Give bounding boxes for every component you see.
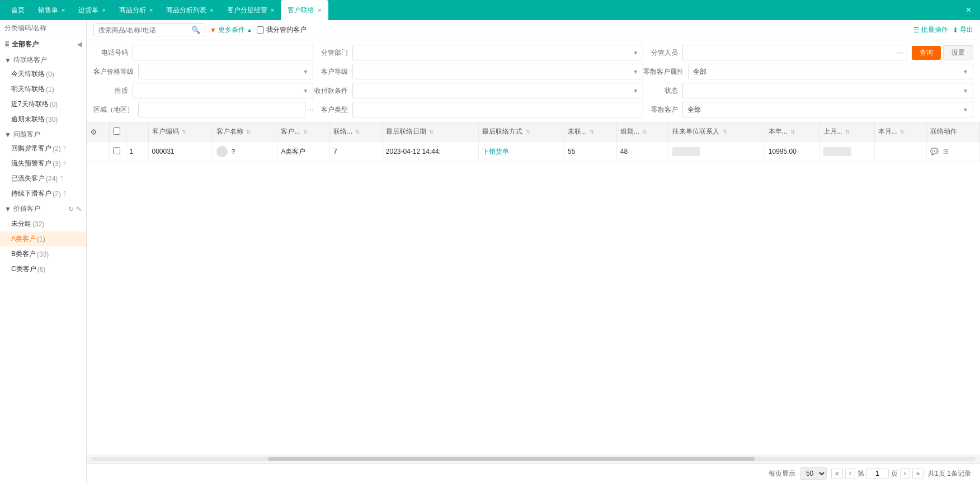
last-method-link[interactable]: 下销货单 bbox=[482, 148, 509, 155]
batch-operation-button[interactable]: ☰ 批量操作 bbox=[913, 25, 948, 35]
th-this-year: 本年... ⇅ bbox=[765, 122, 819, 141]
close-customer-contact-tab[interactable]: × bbox=[318, 7, 321, 13]
sort-icon-last-method[interactable]: ⇅ bbox=[526, 129, 530, 135]
sidebar-all-customers[interactable]: ⠿ 全部客户 ◀ bbox=[0, 36, 86, 53]
sort-icon-this-year[interactable]: ⇅ bbox=[790, 129, 795, 135]
filter-cell-region: 区域（地区） ··· bbox=[93, 102, 313, 117]
phone-input[interactable] bbox=[133, 45, 313, 60]
filter-row-1: 电话号码 分管部门 ▼ 分管人员 ··· 查询 bbox=[93, 45, 973, 60]
th-this-month: 本月... ⇅ bbox=[874, 122, 927, 141]
region-input[interactable] bbox=[138, 102, 305, 117]
customer-type-input[interactable] bbox=[352, 102, 643, 117]
nav-tab-customer-contact[interactable]: 客户联络 × bbox=[281, 0, 328, 20]
collapse-icon: ◀ bbox=[77, 41, 82, 48]
nav-home[interactable]: 首页 bbox=[4, 0, 31, 20]
close-product-analysis-tab[interactable]: × bbox=[149, 7, 153, 13]
window-close-button[interactable]: × bbox=[962, 5, 976, 15]
sort-icon-code[interactable]: ⇅ bbox=[182, 129, 186, 135]
page-number-input[interactable] bbox=[866, 468, 889, 479]
sidebar-item-churned[interactable]: 已流失客户 (24) ? bbox=[0, 171, 86, 186]
prev-page-button[interactable]: ‹ bbox=[845, 468, 855, 479]
region-more-icon[interactable]: ··· bbox=[308, 106, 313, 113]
sidebar-item-overdue-contact[interactable]: 逾期未联络 (30) bbox=[0, 112, 86, 127]
filter-row-3: 性质 ▼ 收付款条件 ▼ 状态 bbox=[93, 83, 973, 98]
sidebar-problem-group: ▼ 问题客户 bbox=[0, 127, 86, 141]
sidebar-item-unsorted[interactable]: 未分组 (32) bbox=[0, 216, 86, 231]
settings-button[interactable]: 设置 bbox=[943, 45, 973, 60]
customer-level-select[interactable]: ▼ bbox=[352, 64, 643, 79]
my-customers-checkbox[interactable] bbox=[257, 26, 264, 34]
manager-more-icon[interactable]: ··· bbox=[897, 49, 902, 56]
sort-icon-type[interactable]: ⇅ bbox=[303, 129, 308, 135]
sort-icon-contact-person[interactable]: ⇅ bbox=[723, 129, 727, 135]
retail-attr-select[interactable]: 全部 ▼ bbox=[688, 64, 973, 79]
price-level-select[interactable]: ▼ bbox=[138, 64, 313, 79]
sidebar-item-c-class[interactable]: C类客户 (6) bbox=[0, 262, 86, 277]
status-arrow: ▼ bbox=[963, 88, 968, 94]
payment-select[interactable]: ▼ bbox=[352, 83, 643, 98]
row-checkbox[interactable] bbox=[113, 147, 120, 154]
retail-customer-select[interactable]: 全部 ▼ bbox=[682, 102, 973, 117]
close-product-analysis-list-tab[interactable]: × bbox=[210, 7, 213, 13]
sort-icon-overdue[interactable]: ⇅ bbox=[642, 129, 647, 135]
filter-search-icon[interactable]: 🔍 bbox=[191, 26, 200, 34]
sort-icon-name[interactable]: ⇅ bbox=[246, 129, 251, 135]
th-settings: ⚙ bbox=[87, 122, 109, 141]
first-page-button[interactable]: « bbox=[831, 468, 843, 479]
sidebar-item-repurchase-anomaly[interactable]: 回购异常客户 (2) ? bbox=[0, 141, 86, 156]
customer-table: ⚙ 客户编码 ⇅ 客户名称 ⇅ bbox=[87, 122, 980, 162]
query-button[interactable]: 查询 bbox=[912, 46, 941, 60]
region-label: 区域（地区） bbox=[93, 105, 138, 115]
select-all-checkbox[interactable] bbox=[113, 127, 120, 135]
td-this-month bbox=[874, 141, 927, 162]
sidebar-item-declining[interactable]: 持续下滑客户 (2) ? bbox=[0, 186, 86, 201]
triangle-icon: ▼ bbox=[4, 56, 11, 64]
dept-select[interactable]: ▼ bbox=[352, 45, 643, 60]
sidebar-item-b-class[interactable]: B类客户 (33) bbox=[0, 247, 86, 262]
status-select[interactable]: ▼ bbox=[682, 83, 973, 98]
edit-icon[interactable]: ✎ bbox=[76, 205, 82, 213]
sidebar-item-today-contact[interactable]: 今天待联络 (0) bbox=[0, 67, 86, 82]
sidebar: 🔍 ⠿ 全部客户 ◀ ▼ 待联络客户 今天待联络 (0) 明天待联络 (1) 近… bbox=[0, 20, 87, 483]
sidebar-search-wrap: 🔍 bbox=[0, 20, 86, 36]
nav-tab-purchase[interactable]: 进货单 × bbox=[72, 0, 112, 20]
nature-select[interactable]: ▼ bbox=[133, 83, 313, 98]
manager-select[interactable]: ··· bbox=[682, 45, 907, 60]
nav-tab-product-analysis-list[interactable]: 商品分析列表 × bbox=[159, 0, 220, 20]
close-sales-tab[interactable]: × bbox=[62, 7, 65, 13]
th-action: 联络动作 bbox=[927, 122, 980, 141]
nav-tab-sales[interactable]: 销售单 × bbox=[31, 0, 72, 20]
sidebar-item-churn-warning[interactable]: 流失预警客户 (3) ? bbox=[0, 156, 86, 171]
sort-icon-last-month[interactable]: ⇅ bbox=[845, 129, 850, 135]
sidebar-item-a-class[interactable]: A类客户 (1) bbox=[0, 231, 86, 247]
my-customers-filter[interactable]: 我分管的客户 bbox=[257, 25, 307, 35]
page-size-select[interactable]: 50 bbox=[800, 467, 827, 480]
sort-icon-contact[interactable]: ⇅ bbox=[355, 129, 360, 135]
filter-search-input[interactable] bbox=[98, 26, 191, 34]
sort-icon-last-date[interactable]: ⇅ bbox=[429, 129, 434, 135]
nav-tab-product-analysis[interactable]: 商品分析 × bbox=[112, 0, 159, 20]
sidebar-search-input[interactable] bbox=[4, 24, 87, 32]
export-button[interactable]: ⬇ 导出 bbox=[953, 25, 973, 35]
filter-more-button[interactable]: ▼ 更多条件 ▲ bbox=[210, 25, 252, 35]
sort-icon-uncontacted[interactable]: ⇅ bbox=[590, 129, 594, 135]
table-gear-icon[interactable]: ⚙ bbox=[90, 127, 97, 136]
sidebar-item-tomorrow-contact[interactable]: 明天待联络 (1) bbox=[0, 82, 86, 97]
help-icon-1: ? bbox=[63, 145, 67, 151]
contact-action-icon[interactable]: 💬 bbox=[930, 148, 939, 155]
th-last-method: 最后联络方式 ⇅ bbox=[479, 122, 564, 141]
nav-tab-customer-layer[interactable]: 客户分层经营 × bbox=[220, 0, 281, 20]
next-page-button[interactable]: › bbox=[900, 468, 910, 479]
more-action-icon[interactable]: ⊞ bbox=[943, 148, 949, 155]
refresh-icon[interactable]: ↻ bbox=[68, 205, 74, 213]
sort-icon-this-month[interactable]: ⇅ bbox=[900, 129, 904, 135]
sidebar-item-7days-contact[interactable]: 近7天待联络 (0) bbox=[0, 97, 86, 112]
last-page-button[interactable]: » bbox=[912, 468, 924, 479]
th-last-date: 最后联络日期 ⇅ bbox=[382, 122, 479, 141]
close-purchase-tab[interactable]: × bbox=[102, 7, 105, 13]
sidebar-value-group: ▼ 价值客户 ↻ ✎ bbox=[0, 201, 86, 216]
scroll-thumb[interactable] bbox=[268, 457, 755, 461]
price-level-arrow: ▼ bbox=[303, 69, 308, 75]
close-customer-layer-tab[interactable]: × bbox=[271, 7, 274, 13]
help-icon-4: ? bbox=[63, 191, 67, 197]
